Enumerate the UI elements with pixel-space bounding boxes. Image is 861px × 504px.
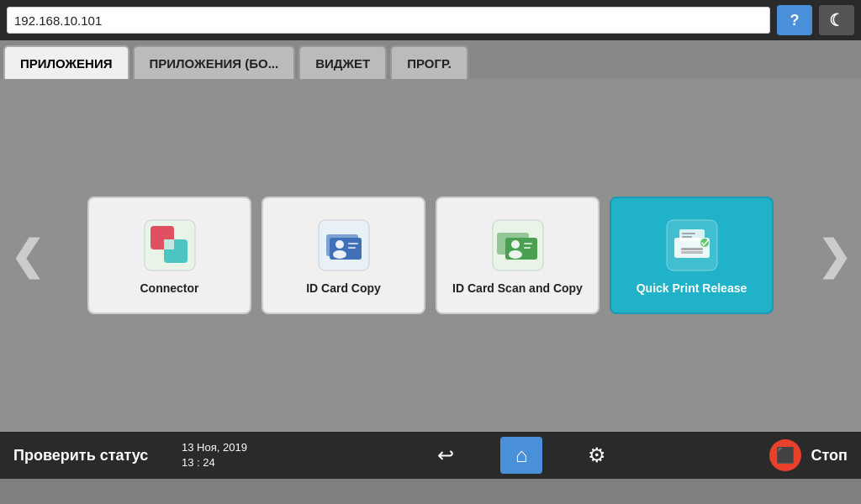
app-id-card-copy-label: ID Card Copy [306,281,381,295]
tab-apps-label: ПРИЛОЖЕНИЯ [20,56,113,71]
stop-section: ⬛ Стоп [769,439,848,471]
gear-icon: ⚙ [588,444,606,467]
back-icon: ↩ [437,444,454,467]
back-button[interactable]: ↩ [425,437,467,474]
svg-rect-22 [681,251,703,254]
svg-rect-24 [682,236,692,238]
address-text: 192.168.10.101 [14,13,102,28]
quick-print-icon [663,216,721,275]
bottom-bar: Проверить статус 13 Ноя, 2019 13 : 24 ↩ … [0,432,861,479]
svg-rect-17 [524,247,531,249]
svg-rect-20 [679,229,705,241]
settings-button[interactable]: ⚙ [576,437,618,474]
app-card-connector[interactable]: Connector [87,197,251,314]
tab-apps[interactable]: ПРИЛОЖЕНИЯ [3,45,129,79]
app-id-card-scan-label: ID Card Scan and Copy [452,281,583,295]
tab-prog[interactable]: ПРОГР. [390,45,468,79]
svg-rect-10 [348,247,356,249]
svg-point-7 [335,240,344,249]
tab-apps-more-label: ПРИЛОЖЕНИЯ (БО... [150,56,279,71]
tab-widget-label: ВИДЖЕТ [315,56,370,71]
top-bar: 192.168.10.101 ? ☾ [0,0,861,40]
id-card-copy-icon [314,216,373,275]
date-text: 13 Ноя, 2019 [182,440,274,455]
svg-point-8 [333,250,346,259]
chevron-left-icon: ❮ [10,234,44,278]
svg-rect-3 [164,239,174,249]
stop-text: Стоп [811,447,848,465]
svg-rect-16 [524,243,532,244]
sleep-button[interactable]: ☾ [819,5,854,35]
svg-rect-9 [348,243,358,244]
svg-point-15 [509,250,522,259]
nav-next-button[interactable]: ❯ [817,232,851,279]
app-card-id-card-scan[interactable]: ID Card Scan and Copy [436,197,600,314]
help-button[interactable]: ? [777,5,812,35]
tab-widget[interactable]: ВИДЖЕТ [298,45,387,79]
chevron-right-icon: ❯ [817,234,851,278]
app-card-quick-print[interactable]: Quick Print Release [610,197,774,314]
sleep-icon: ☾ [829,10,844,30]
app-grid: Connector ID Card Copy [50,188,811,323]
bottom-actions: ↩ ⌂ ⚙ [274,437,769,474]
stop-icon: ⬛ [769,439,801,471]
home-icon: ⌂ [515,444,528,467]
main-content: ❮ Connector [0,79,861,432]
nav-prev-button[interactable]: ❮ [10,232,44,279]
datetime: 13 Ноя, 2019 13 : 24 [182,440,274,470]
tab-prog-label: ПРОГР. [407,56,452,71]
status-text: Проверить статус [13,447,182,465]
app-connector-label: Connector [140,281,199,295]
time-text: 13 : 24 [182,455,274,470]
id-card-scan-icon [489,216,547,275]
tabs-bar: ПРИЛОЖЕНИЯ ПРИЛОЖЕНИЯ (БО... ВИДЖЕТ ПРОГ… [0,40,861,79]
tab-apps-more[interactable]: ПРИЛОЖЕНИЯ (БО... [133,45,296,79]
address-bar: 192.168.10.101 [7,7,770,34]
app-quick-print-label: Quick Print Release [637,281,747,295]
help-icon: ? [790,12,800,29]
svg-rect-21 [681,248,703,250]
home-button[interactable]: ⌂ [500,437,542,474]
svg-point-14 [511,240,520,249]
connector-icon [140,216,199,275]
svg-rect-23 [682,233,695,234]
app-card-id-card-copy[interactable]: ID Card Copy [261,197,425,314]
